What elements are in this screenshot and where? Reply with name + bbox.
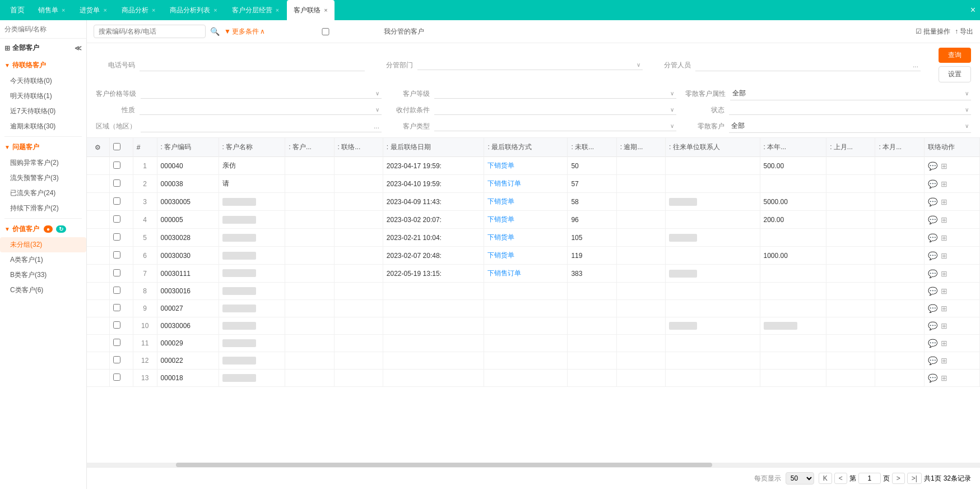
td-row-check[interactable] [109,335,133,352]
last-method-link[interactable]: 下销货单 [487,251,514,259]
filter-phone-input[interactable] [140,59,365,71]
price-group-refresh[interactable]: ↻ [56,225,66,233]
close-all-btn[interactable]: × [970,5,976,15]
contact-icon[interactable]: 💬 [928,287,937,296]
more-conditions-btn[interactable]: ▼ 更多条件 ∧ [224,27,265,36]
last-method-link[interactable]: 下销货单 [487,162,514,169]
td-row-last-method[interactable]: 下销货单 [484,229,568,247]
th-settings[interactable]: ⚙ [87,138,109,157]
sidebar-item-c-class[interactable]: C类客户(6) [0,283,86,298]
nav-tab-customer-contact[interactable]: 客户联络 × [287,0,334,20]
sidebar-problem-group-title[interactable]: ▼ 问题客户 [0,139,86,155]
contact-icon[interactable]: 💬 [928,304,937,313]
more-action-icon[interactable]: ⊞ [941,269,948,278]
contact-icon[interactable]: 💬 [928,373,937,382]
th-uncontacted[interactable]: : 未联... [568,138,616,157]
close-customer-contact-tab[interactable]: × [324,7,327,13]
td-row-check[interactable] [109,317,133,335]
td-row-check[interactable] [109,247,133,265]
contact-icon[interactable]: 💬 [928,215,937,224]
last-method-link[interactable]: 下销货单 [487,197,514,205]
td-row-last-method[interactable]: 下销货单 [484,247,568,265]
contact-icon[interactable]: 💬 [928,233,937,242]
td-row-check[interactable] [109,265,133,283]
filter-manager-select[interactable]: ... [695,59,921,71]
sidebar-item-overdue[interactable]: 逾期未联络(30) [0,119,86,134]
th-type[interactable]: : 客户... [285,138,334,157]
td-row-check[interactable] [109,229,133,247]
more-action-icon[interactable]: ⊞ [941,304,948,313]
row-checkbox[interactable] [113,304,120,311]
scrollbar-thumb[interactable] [176,463,712,467]
row-checkbox[interactable] [113,339,120,346]
next-page-btn[interactable]: > [892,473,905,484]
contact-icon[interactable]: 💬 [928,339,937,348]
td-row-check[interactable] [109,370,133,387]
td-row-last-method[interactable] [484,300,568,317]
search-button[interactable]: 🔍 [210,27,220,36]
td-row-check[interactable] [109,193,133,211]
th-overdue[interactable]: : 逾期... [616,138,665,157]
search-input[interactable] [94,25,206,38]
sidebar-collapse-icon[interactable]: ≪ [75,44,82,52]
td-row-last-method[interactable]: 下销售订单 [484,175,568,193]
td-row-last-method[interactable]: 下销货单 [484,193,568,211]
td-row-check[interactable] [109,211,133,229]
last-method-link[interactable]: 下销货单 [487,233,514,241]
td-row-check[interactable] [109,157,133,175]
sidebar-item-churn-warning[interactable]: 流失预警客户(3) [0,170,86,186]
page-size-select[interactable]: 50 20 100 [786,472,814,485]
th-last-method[interactable]: : 最后联络方式 [484,138,568,157]
close-analysis-tab[interactable]: × [152,7,155,13]
td-row-check[interactable] [109,300,133,317]
filter-dept-select[interactable]: ∨ [417,60,643,70]
row-checkbox[interactable] [113,287,120,294]
more-action-icon[interactable]: ⊞ [941,373,948,382]
nav-tab-customer-seg[interactable]: 客户分层经营 × [225,0,286,20]
sidebar-item-hoarding[interactable]: 囤购异常客户(2) [0,155,86,170]
td-row-last-method[interactable] [484,317,568,335]
more-action-icon[interactable]: ⊞ [941,215,948,224]
row-checkbox[interactable] [113,251,120,259]
sidebar-search-input[interactable] [4,25,87,33]
contact-icon[interactable]: 💬 [928,356,937,365]
sidebar-item-a-class[interactable]: A类客户(1) [0,252,86,267]
th-check[interactable] [109,138,133,157]
more-action-icon[interactable]: ⊞ [941,321,948,330]
sidebar-item-declining[interactable]: 持续下滑客户(2) [0,201,86,216]
filter-customer-type-select[interactable]: ∨ [434,121,676,131]
nav-tab-purchase[interactable]: 进货单 × [73,0,113,20]
td-row-check[interactable] [109,283,133,300]
last-method-link[interactable]: 下销售订单 [487,269,521,277]
more-action-icon[interactable]: ⊞ [941,356,948,365]
row-checkbox[interactable] [113,162,120,169]
close-customer-seg-tab[interactable]: × [276,7,279,13]
filter-sparse-attr-select[interactable]: 全部 ∨ [730,87,971,100]
nav-tab-sales[interactable]: 销售单 × [31,0,72,20]
manager-dots[interactable]: ... [913,61,918,69]
row-checkbox[interactable] [113,215,120,223]
sidebar-item-ungroup[interactable]: 未分组(32) [0,237,86,252]
th-last-date[interactable]: : 最后联络日期 [383,138,484,157]
filter-status-select[interactable]: ∨ [729,105,971,115]
th-this-month[interactable]: : 本月... [875,138,924,157]
close-analysis-list-tab[interactable]: × [213,7,217,13]
last-method-link[interactable]: 下销货单 [487,215,514,223]
sidebar-price-group-title[interactable]: ▼ 价值客户 ● ↻ [0,221,86,237]
region-dots[interactable]: ... [374,122,379,130]
contact-icon[interactable]: 💬 [928,251,937,260]
more-action-icon[interactable]: ⊞ [941,197,948,206]
more-action-icon[interactable]: ⊞ [941,339,948,348]
select-all-checkbox[interactable] [113,143,120,150]
filter-nature-select[interactable]: ∨ [140,105,382,115]
first-page-btn[interactable]: K [819,473,832,484]
td-row-check[interactable] [109,175,133,193]
td-row-check[interactable] [109,352,133,370]
more-action-icon[interactable]: ⊞ [941,251,948,260]
settings-icon[interactable]: ⚙ [95,144,101,151]
my-customers-filter[interactable]: 我分管的客户 [270,27,424,36]
th-code[interactable]: : 客户编码 [157,138,219,157]
page-number-input[interactable] [858,473,881,484]
th-contact[interactable]: : 联络... [334,138,383,157]
filter-sparse-customer-select[interactable]: 全部 ∨ [729,119,971,133]
